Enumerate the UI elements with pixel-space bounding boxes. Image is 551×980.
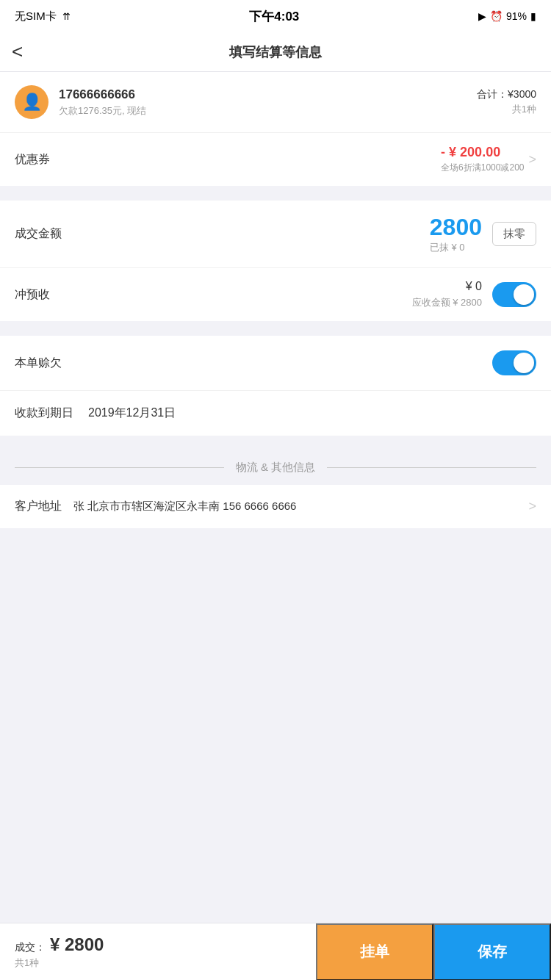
- logistics-line-right: [327, 467, 536, 468]
- coupon-info: - ¥ 200.00 全场6折满1000减200: [441, 145, 524, 174]
- divider-3: [0, 443, 551, 450]
- customer-info: 17666666666 欠款1276.35元, 现结: [59, 87, 146, 118]
- avatar: 👤: [15, 85, 48, 119]
- coupon-desc: 全场6折满1000减200: [441, 162, 524, 174]
- customer-card: 👤 17666666666 欠款1276.35元, 现结 合计：¥3000 共1…: [0, 72, 551, 186]
- coupon-label: 优惠券: [15, 152, 50, 167]
- customer-right: 合计：¥3000 共1种: [477, 88, 536, 116]
- prepay-right: ¥ 0 应收金额 ¥ 2800: [412, 280, 536, 309]
- amount-card: 成交金额 2800 已抹 ¥ 0 抹零 冲预收 ¥ 0 应收金额 ¥ 2800: [0, 201, 551, 321]
- nav-bar: < 填写结算等信息: [0, 32, 551, 72]
- alarm-icon: ⏰: [490, 10, 503, 22]
- total-label: 合计：¥3000: [477, 88, 536, 101]
- customer-row: 👤 17666666666 欠款1276.35元, 现结 合计：¥3000 共1…: [0, 72, 551, 132]
- status-right: ▶ ⏰ 91% ▮: [478, 10, 536, 22]
- prepay-label: 冲预收: [15, 287, 50, 303]
- due-date-value: 2019年12月31日: [88, 406, 176, 421]
- amount-right: 2800 已抹 ¥ 0 抹零: [430, 214, 536, 254]
- battery-text: 91%: [506, 10, 527, 22]
- logistics-line-left: [15, 467, 224, 468]
- bottom-spacer: [0, 536, 551, 594]
- address-row[interactable]: 客户地址 张 北京市市辖区海淀区永丰南 156 6666 6666 >: [0, 485, 551, 528]
- amount-label: 成交金额: [15, 226, 62, 242]
- hang-button[interactable]: 挂单: [316, 923, 433, 981]
- carrier-text: 无SIM卡: [15, 10, 57, 24]
- divider-1: [0, 193, 551, 201]
- bottom-bar: 成交： ¥ 2800 共1种 挂单 保存: [0, 923, 551, 980]
- location-icon: ▶: [478, 10, 486, 22]
- credit-row: 本单赊欠: [0, 336, 551, 390]
- prepay-amount: ¥ 0: [466, 280, 482, 293]
- credit-label: 本单赊欠: [15, 356, 62, 371]
- coupon-right: - ¥ 200.00 全场6折满1000减200 >: [441, 145, 536, 174]
- amount-info: 2800 已抹 ¥ 0: [430, 214, 482, 254]
- back-button[interactable]: <: [12, 40, 23, 63]
- logistics-header: 物流 & 其他信息: [0, 450, 551, 485]
- amount-sub: 已抹 ¥ 0: [430, 241, 482, 254]
- customer-left: 👤 17666666666 欠款1276.35元, 现结: [15, 85, 146, 119]
- bottom-summary: 成交： ¥ 2800 共1种: [0, 934, 316, 970]
- round-button[interactable]: 抹零: [492, 222, 536, 246]
- prepay-sub: 应收金额 ¥ 2800: [412, 296, 482, 309]
- logistics-title: 物流 & 其他信息: [236, 461, 315, 475]
- summary-value: ¥ 2800: [50, 934, 104, 955]
- summary-count: 共1种: [15, 956, 301, 970]
- prepay-info: ¥ 0 应收金额 ¥ 2800: [412, 280, 482, 309]
- chevron-right-icon: >: [528, 152, 536, 167]
- divider-2: [0, 328, 551, 336]
- total-count: 共1种: [477, 103, 536, 116]
- prepay-row: 冲预收 ¥ 0 应收金额 ¥ 2800: [0, 267, 551, 321]
- save-button[interactable]: 保存: [433, 923, 551, 981]
- wifi-icon: ⇈: [62, 11, 71, 22]
- date-row: 收款到期日 2019年12月31日: [0, 390, 551, 436]
- address-card[interactable]: 客户地址 张 北京市市辖区海淀区永丰南 156 6666 6666 >: [0, 485, 551, 528]
- address-chevron-icon: >: [528, 499, 536, 514]
- credit-toggle[interactable]: [492, 350, 536, 375]
- bottom-summary-main: 成交： ¥ 2800: [15, 934, 301, 955]
- coupon-discount: - ¥ 200.00: [441, 145, 524, 160]
- summary-label: 成交：: [15, 941, 46, 954]
- address-label: 客户地址: [15, 499, 62, 514]
- status-carrier: 无SIM卡 ⇈: [15, 10, 71, 24]
- prepay-toggle[interactable]: [492, 282, 536, 307]
- amount-row: 成交金额 2800 已抹 ¥ 0 抹零: [0, 201, 551, 267]
- page-title: 填写结算等信息: [229, 43, 322, 61]
- customer-subtext: 欠款1276.35元, 现结: [59, 104, 146, 118]
- amount-value: 2800: [430, 214, 482, 241]
- status-time: 下午4:03: [249, 8, 299, 25]
- credit-card: 本单赊欠 收款到期日 2019年12月31日: [0, 336, 551, 436]
- status-bar: 无SIM卡 ⇈ 下午4:03 ▶ ⏰ 91% ▮: [0, 0, 551, 32]
- due-date-label: 收款到期日: [15, 406, 73, 421]
- address-value: 张 北京市市辖区海淀区永丰南 156 6666 6666: [73, 498, 528, 515]
- customer-phone: 17666666666: [59, 87, 146, 102]
- coupon-row[interactable]: 优惠券 - ¥ 200.00 全场6折满1000减200 >: [0, 132, 551, 186]
- battery-icon: ▮: [530, 10, 536, 22]
